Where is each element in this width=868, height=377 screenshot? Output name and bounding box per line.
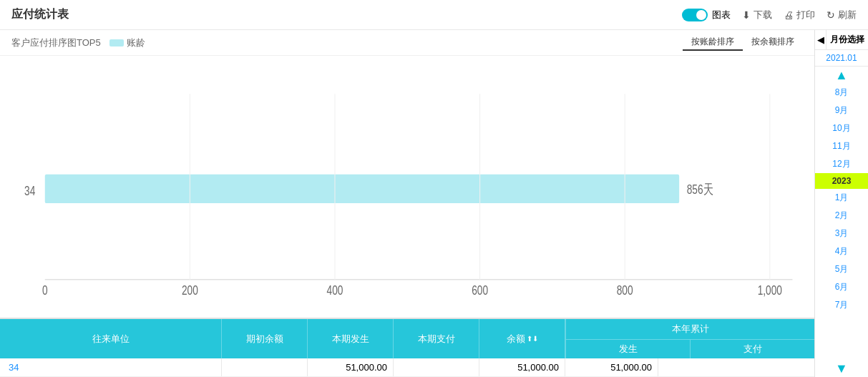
collapse-icon[interactable]: ◀ xyxy=(815,30,826,49)
print-button[interactable]: 🖨 打印 xyxy=(784,9,815,21)
sidebar-month-4[interactable]: 4月 xyxy=(815,243,868,260)
chart-toggle-wrap: 图表 xyxy=(682,9,731,21)
refresh-button[interactable]: ↻ 刷新 xyxy=(826,9,857,21)
sidebar-month-2[interactable]: 2月 xyxy=(815,207,868,225)
sort-by-balance-button[interactable]: 按余额排序 xyxy=(743,34,803,51)
legend-zhangling-label: 账龄 xyxy=(127,36,145,49)
col-bennianlj-header: 本年累计 xyxy=(566,319,814,340)
svg-text:0: 0 xyxy=(42,283,48,298)
sort-buttons: 按账龄排序 按余额排序 xyxy=(683,34,803,51)
col-bennianlj-group: 本年累计 发生 支付 xyxy=(565,319,814,358)
td-laiwai[interactable]: 34 xyxy=(0,358,222,376)
col-yue-header: 余额 ⬆⬇ xyxy=(479,319,565,358)
svg-text:200: 200 xyxy=(182,283,198,298)
chart-container: 34 856天 0 200 400 600 800 1,000 xyxy=(0,56,814,318)
td-benjizhi xyxy=(658,358,751,376)
header-actions: 图表 ⬇ 下载 🖨 打印 ↻ 刷新 xyxy=(682,9,857,21)
download-button[interactable]: ⬇ 下载 xyxy=(742,9,772,21)
table-header-row1: 往来单位 期初余额 本期发生 本期支付 余额 ⬆⬇ xyxy=(0,319,814,358)
sidebar-month-9[interactable]: 9月 xyxy=(815,102,868,119)
chart-area: 客户应付排序图TOP5 账龄 按账龄排序 按余额排序 34 xyxy=(0,30,814,377)
sidebar-year-value: 2021.01 xyxy=(815,50,868,67)
sidebar-month-3[interactable]: 3月 xyxy=(815,225,868,243)
td-benjianfa: 51,000.00 xyxy=(565,358,658,376)
sidebar-month-5[interactable]: 5月 xyxy=(815,260,868,278)
page-title: 应付统计表 xyxy=(11,7,69,22)
data-table: 往来单位 期初余额 本期发生 本期支付 余额 ⬆⬇ xyxy=(0,318,814,377)
svg-text:400: 400 xyxy=(327,283,343,298)
chart-toggle[interactable] xyxy=(682,9,708,21)
sidebar-month-11[interactable]: 11月 xyxy=(815,137,868,155)
sidebar-year-2023: 2023 xyxy=(815,173,868,189)
col-fa-subheader: 发生 xyxy=(566,340,691,358)
svg-text:34: 34 xyxy=(24,182,35,197)
col-benqifa-header: 本期发生 xyxy=(308,319,394,358)
svg-text:856天: 856天 xyxy=(687,182,713,197)
td-benqifa: 51,000.00 xyxy=(308,358,394,376)
svg-text:600: 600 xyxy=(472,283,488,298)
sidebar-month-10[interactable]: 10月 xyxy=(815,119,868,137)
page-header: 应付统计表 图表 ⬇ 下载 🖨 打印 ↻ 刷新 xyxy=(0,0,868,30)
refresh-icon: ↻ xyxy=(826,9,835,21)
yue-sort-icon: ⬆⬇ xyxy=(527,335,538,343)
chart-toolbar: 客户应付排序图TOP5 账龄 按账龄排序 按余额排序 xyxy=(0,30,814,56)
sidebar-nav-up[interactable]: ▲ xyxy=(815,67,868,84)
sidebar-month-1[interactable]: 1月 xyxy=(815,189,868,207)
sidebar-month-7[interactable]: 7月 xyxy=(815,296,868,314)
download-icon: ⬇ xyxy=(742,9,751,21)
td-qichu xyxy=(222,358,308,376)
sidebar-month-list: 8月 9月 10月 11月 12月 2023 1月 2月 3月 4月 5月 6月… xyxy=(815,84,868,360)
legend-zhangling: 账龄 xyxy=(109,36,145,49)
print-icon: 🖨 xyxy=(784,9,794,21)
chart-legend: 客户应付排序图TOP5 账龄 xyxy=(11,36,145,49)
svg-text:800: 800 xyxy=(617,283,633,298)
print-label: 打印 xyxy=(796,9,815,21)
legend-top5: 客户应付排序图TOP5 xyxy=(11,36,101,49)
sidebar-month-8[interactable]: 8月 xyxy=(815,84,868,102)
bar-chart: 34 856天 0 200 400 600 800 1,000 xyxy=(7,63,800,310)
td-benqizhi xyxy=(394,358,479,376)
td-yue: 51,000.00 xyxy=(479,358,565,376)
svg-rect-1 xyxy=(45,175,679,203)
col-benqizhi-header: 本期支付 xyxy=(394,319,479,358)
col-bennianlj-subheader: 发生 支付 xyxy=(566,340,814,358)
sidebar-nav-down[interactable]: ▼ xyxy=(815,360,868,377)
month-sidebar: ◀ 月份选择 2021.01 ▲ 8月 9月 10月 11月 12月 2023 … xyxy=(814,30,868,377)
download-label: 下载 xyxy=(754,9,772,21)
col-laiwai-header: 往来单位 xyxy=(0,319,222,358)
col-qichu-header: 期初余额 xyxy=(222,319,308,358)
sidebar-header-label: 月份选择 xyxy=(826,30,868,49)
sidebar-collapse-btn[interactable]: ◀ 月份选择 xyxy=(815,30,868,50)
chart-toggle-label: 图表 xyxy=(712,9,731,21)
refresh-label: 刷新 xyxy=(838,9,857,21)
col-zhi-subheader: 支付 xyxy=(691,340,814,358)
sidebar-month-6[interactable]: 6月 xyxy=(815,278,868,296)
svg-text:1,000: 1,000 xyxy=(758,283,782,298)
sort-by-amount-button[interactable]: 按账龄排序 xyxy=(683,34,743,51)
legend-top5-label: 客户应付排序图TOP5 xyxy=(11,36,101,49)
legend-color-box xyxy=(109,39,124,46)
main-content: 客户应付排序图TOP5 账龄 按账龄排序 按余额排序 34 xyxy=(0,30,868,377)
table-row: 34 51,000.00 51,000.00 51,00 xyxy=(0,358,814,377)
sidebar-month-12[interactable]: 12月 xyxy=(815,155,868,173)
